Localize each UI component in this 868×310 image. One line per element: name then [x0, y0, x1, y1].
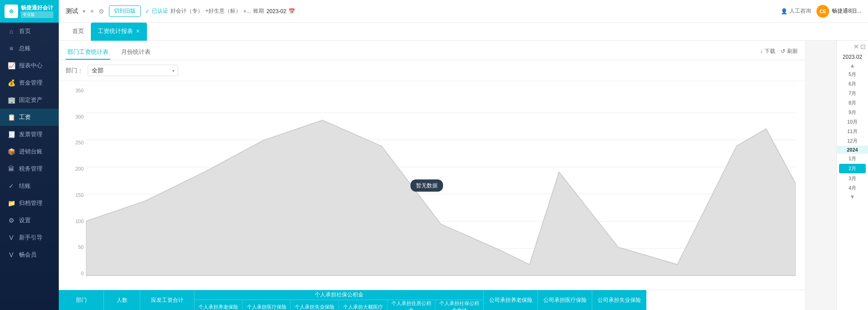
tab-monthly-label: 月份统计表: [121, 48, 151, 55]
tab-home-label: 首页: [72, 27, 84, 35]
download-icon: ↓: [760, 48, 763, 54]
help-button[interactable]: 👤 人工咨询: [781, 7, 811, 15]
th-group-subs: 个人承担养老保险 个人承担医疗保险 个人承担失业保险 个人承担大额医疗: [194, 300, 483, 310]
main-body: 部门工资统计表 月份统计表 ↓ 下载 ↺ 刷新: [59, 41, 868, 310]
salary-icon: 📋: [7, 113, 15, 121]
month-2-active[interactable]: 2月: [839, 164, 866, 173]
ledger-icon: ≡: [7, 44, 15, 52]
close-panel-button[interactable]: ✕: [854, 43, 859, 50]
accounting-label: 好会计（专）: [170, 7, 203, 15]
th-group-personal-social: 个人承担社保公积金 个人承担养老保险 个人承担医疗保险 个人承担失业保险: [194, 290, 484, 310]
nav-down-button[interactable]: ▼: [850, 193, 855, 201]
sidebar-item-reports[interactable]: 📈 报表中心: [0, 57, 59, 74]
more-label: +...: [243, 8, 251, 14]
add-button[interactable]: +: [90, 7, 94, 15]
th-major-medical: 个人承担大额医疗: [339, 300, 387, 310]
sidebar-item-purchase-sale[interactable]: 📦 进销台账: [0, 143, 59, 160]
sidebar-item-closing[interactable]: ✓ 结账: [0, 177, 59, 195]
th-company-unemployment: 公司承担失业保险: [592, 290, 646, 310]
month-11[interactable]: 11月: [837, 127, 868, 136]
sidebar-item-member[interactable]: V 畅会员: [0, 246, 59, 263]
sidebar-item-label: 进销台账: [19, 148, 42, 156]
expand-panel-button[interactable]: ⊡: [860, 43, 866, 50]
sidebar-item-label: 归档管理: [19, 199, 42, 207]
y-label-100: 100: [68, 219, 86, 224]
content-wrapper: 部门工资统计表 月份统计表 ↓ 下载 ↺ 刷新: [59, 41, 805, 310]
status-bar: ✓ 已认证 好会计（专） +好生意（标） +... 账期 2023-02 📅: [145, 7, 295, 15]
member-icon: V: [7, 251, 15, 259]
settings-icon: ⚙: [7, 216, 15, 224]
help-label: 人工咨询: [789, 7, 811, 15]
month-8[interactable]: 8月: [837, 98, 868, 108]
table-header-row: 部门 人数 应发工资合计 个人承担社保公积金 个人承担养老保险: [59, 290, 805, 310]
guide-icon: V: [7, 234, 15, 242]
purchase-sale-icon: 📦: [7, 148, 15, 156]
month-7[interactable]: 7月: [837, 89, 868, 98]
sidebar-item-archive[interactable]: 📁 归档管理: [0, 195, 59, 212]
th-company-pension: 公司承担养老保险: [484, 290, 538, 310]
table-headers: 部门 人数 应发工资合计 个人承担社保公积金 个人承担养老保险: [59, 290, 805, 310]
sidebar-item-tax[interactable]: 🏛 税务管理: [0, 160, 59, 177]
y-label-350: 350: [68, 88, 86, 93]
main-area: 测试 ▾ + ⚙ 切到旧版 ✓ 已认证 好会计（专） +好生意（标） +... …: [59, 0, 868, 310]
th-department: 部门: [59, 290, 104, 310]
y-label-150: 150: [68, 192, 86, 198]
tab-salary-report[interactable]: 工资统计报表 ✕: [91, 23, 147, 41]
th-personal-total: 个人承担社保公积金合计: [435, 300, 483, 310]
topbar-right: 👤 人工咨询 CE 畅捷通8旧...: [781, 5, 861, 18]
tab-actions: ↓ 下载 ↺ 刷新: [760, 48, 798, 58]
y-label-0: 0: [68, 271, 86, 276]
user-button[interactable]: CE 畅捷通8旧...: [816, 5, 861, 18]
filter-bar: 部门： 全部 部门1 部门2 ▾: [59, 60, 805, 81]
month-10[interactable]: 10月: [837, 117, 868, 127]
tab-close-button[interactable]: ✕: [136, 28, 140, 34]
filter-label: 部门：: [66, 67, 83, 75]
sidebar-item-finance[interactable]: 💰 资金管理: [0, 74, 59, 91]
download-button[interactable]: ↓ 下载: [760, 48, 775, 55]
refresh-button[interactable]: ↺ 刷新: [781, 48, 798, 55]
logo-icon: 会: [5, 5, 18, 18]
project-name: 测试: [66, 7, 78, 15]
month-4[interactable]: 4月: [837, 183, 868, 193]
chart-tooltip: 暂无数据: [410, 179, 443, 191]
archive-icon: 📁: [7, 199, 15, 207]
tab-home[interactable]: 首页: [66, 23, 91, 41]
chart-area: 350 300 250 200 150 100 50 0: [59, 81, 805, 290]
sidebar-item-assets[interactable]: 🏢 固定资产: [0, 91, 59, 109]
sidebar-item-guide[interactable]: V 新手引导: [0, 229, 59, 246]
month-5[interactable]: 5月: [837, 70, 868, 79]
month-1[interactable]: 1月: [837, 154, 868, 163]
month-6[interactable]: 6月: [837, 79, 868, 89]
nav-up-button[interactable]: ▲: [850, 62, 855, 70]
sidebar-item-settings[interactable]: ⚙ 设置: [0, 212, 59, 229]
th-company-medical: 公司承担医疗保险: [538, 290, 592, 310]
calendar-icon[interactable]: 📅: [288, 8, 295, 14]
avatar: CE: [816, 5, 829, 18]
month-3[interactable]: 3月: [837, 174, 868, 183]
sidebar-item-label: 结账: [19, 182, 31, 190]
inner-tabbar: 部门工资统计表 月份统计表 ↓ 下载 ↺ 刷新: [59, 41, 805, 60]
help-icon: 👤: [781, 8, 788, 14]
tab-monthly[interactable]: 月份统计表: [119, 45, 152, 60]
month-12[interactable]: 12月: [837, 136, 868, 146]
sidebar-item-salary[interactable]: 📋 工资: [0, 109, 59, 126]
th-pension: 个人承担养老保险: [194, 300, 243, 310]
sidebar-item-general-ledger[interactable]: ≡ 总账: [0, 40, 59, 57]
switch-version-button[interactable]: 切到旧版: [109, 5, 141, 17]
download-label: 下载: [764, 48, 775, 55]
settings-button[interactable]: ⚙: [99, 8, 104, 15]
assets-icon: 🏢: [7, 96, 15, 104]
sidebar-item-home[interactable]: ⌂ 首页: [0, 23, 59, 40]
tab-department-salary[interactable]: 部门工资统计表: [66, 45, 110, 60]
y-label-300: 300: [68, 114, 86, 119]
app-logo: 会 畅捷通好会计 专业版: [0, 0, 59, 23]
department-select[interactable]: 全部 部门1 部门2: [88, 65, 178, 76]
business-label: +好生意（标）: [205, 7, 241, 15]
chart-svg-container: 暂无数据: [86, 86, 796, 285]
home-icon: ⌂: [7, 27, 15, 35]
month-9[interactable]: 9月: [837, 108, 868, 117]
sidebar-item-invoice[interactable]: 🧾 发票管理: [0, 126, 59, 143]
project-dropdown[interactable]: ▾: [83, 8, 85, 14]
department-filter[interactable]: 全部 部门1 部门2 ▾: [88, 65, 178, 76]
y-label-50: 50: [68, 244, 86, 250]
